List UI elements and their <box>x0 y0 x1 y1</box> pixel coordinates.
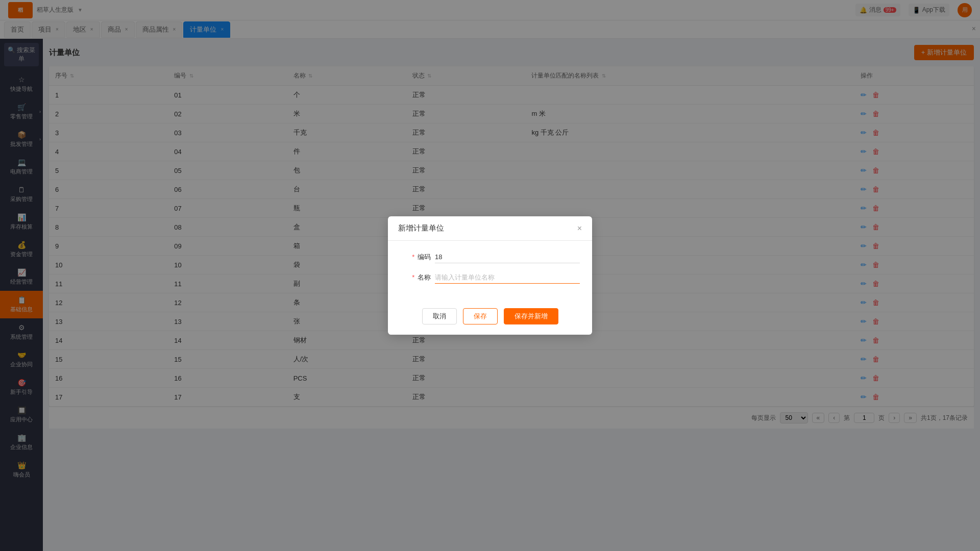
save-button[interactable]: 保存 <box>463 308 498 324</box>
dialog-title: 新增计量单位 <box>398 223 444 233</box>
save-and-add-button[interactable]: 保存并新增 <box>504 308 558 324</box>
name-form-row: * 名称 <box>400 271 580 284</box>
dialog-header: 新增计量单位 × <box>388 216 592 241</box>
dialog-close-button[interactable]: × <box>577 224 582 233</box>
modal-overlay[interactable]: 新增计量单位 × * 编码 * 名称 取消 保存 保存并新增 <box>0 0 980 551</box>
code-form-row: * 编码 <box>400 251 580 263</box>
dialog-body: * 编码 * 名称 <box>388 241 592 302</box>
name-input[interactable] <box>435 271 580 284</box>
code-input[interactable] <box>435 251 580 263</box>
dialog-footer: 取消 保存 保存并新增 <box>388 302 592 335</box>
add-unit-dialog: 新增计量单位 × * 编码 * 名称 取消 保存 保存并新增 <box>388 216 592 335</box>
name-label: * 名称 <box>400 273 431 282</box>
code-label: * 编码 <box>400 253 431 262</box>
cancel-button[interactable]: 取消 <box>422 308 457 324</box>
